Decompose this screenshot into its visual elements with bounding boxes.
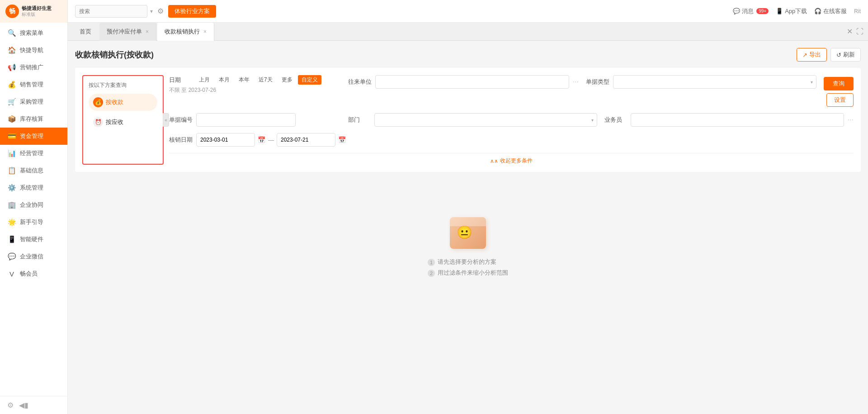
counterpart-more-icon[interactable]: ···	[573, 78, 579, 86]
staff-filter-group: 业务员 ···	[604, 113, 854, 127]
sidebar-item-quick-nav[interactable]: 🏠 快捷导航	[0, 42, 67, 59]
empty-face-icon: 😐	[457, 225, 472, 240]
date-more-btn[interactable]: 更多	[278, 75, 296, 85]
sidebar-item-guide[interactable]: 🌟 新手引导	[0, 214, 67, 231]
online-service-item[interactable]: 🎧 在线客服	[814, 7, 847, 15]
tab-prepay-label: 预付冲应付单	[107, 28, 142, 36]
staff-input[interactable]	[631, 113, 844, 127]
sidebar-item-finance[interactable]: 💳 资金管理	[0, 128, 67, 145]
dept-label: 部门	[348, 116, 371, 124]
filter-by-receivable[interactable]: ⏰ 按应收	[89, 114, 157, 131]
date-last-month-btn[interactable]: 上月	[195, 75, 213, 85]
verify-date-end-input[interactable]	[277, 133, 335, 147]
app-logo: 畅 畅捷通好生意 标准版	[0, 0, 67, 23]
sidebar-item-label: 采购管理	[20, 98, 43, 106]
staff-label: 业务员	[604, 116, 627, 124]
tab-home[interactable]: 首页	[72, 23, 99, 41]
date-no-limit-text: 不限 至 2023-07-26	[169, 87, 216, 93]
sidebar-item-label: 经营管理	[20, 149, 43, 157]
app-download-item[interactable]: 📱 App下载	[776, 7, 807, 15]
date-range-separator: —	[268, 137, 274, 143]
solution-button[interactable]: 体验行业方案	[168, 5, 216, 18]
marketing-icon: 📢	[7, 63, 16, 71]
sidebar-item-collab[interactable]: 🏢 企业协同	[0, 196, 67, 214]
sidebar-item-label: 资金管理	[20, 132, 43, 140]
user-name[interactable]: Rit	[854, 8, 861, 14]
tab-verify[interactable]: 收款核销执行 ×	[157, 23, 214, 41]
tabs-right-actions: ✕ ⛶	[847, 27, 868, 36]
app-icon: 📱	[776, 8, 783, 14]
home-icon: 🏠	[7, 46, 16, 54]
tab-prepay[interactable]: 预付冲应付单 ×	[99, 23, 156, 41]
date-this-year-btn[interactable]: 本年	[235, 75, 253, 85]
doc-no-input[interactable]	[196, 113, 296, 127]
date-7days-btn[interactable]: 近7天	[255, 75, 276, 85]
inventory-icon: 📦	[7, 115, 16, 123]
sidebar-item-basic[interactable]: 📋 基础信息	[0, 162, 67, 179]
sidebar-item-purchase[interactable]: 🛒 采购管理	[0, 93, 67, 110]
empty-step-1-text: 请先选择要分析的方案	[438, 258, 496, 266]
close-tab-button[interactable]: ✕	[847, 27, 853, 36]
topbar-right: 💬 消息 99+ 📱 App下载 🎧 在线客服 Rit	[733, 7, 861, 15]
system-icon: ⚙️	[7, 184, 16, 192]
topbar-gear-icon[interactable]: ⚙	[157, 7, 164, 15]
staff-more-icon[interactable]: ···	[848, 116, 854, 124]
sidebar-item-label: 销售管理	[20, 81, 43, 89]
filter-collapse-button[interactable]: «	[163, 113, 169, 127]
sidebar-item-label: 畅会员	[20, 270, 38, 278]
setting-button[interactable]: 设置	[826, 93, 854, 107]
filter-panel: 按以下方案查询 💰 按收款 ⏰ 按应收 « 日期	[75, 68, 861, 172]
sidebar-item-search[interactable]: 🔍 搜索菜单	[0, 24, 67, 42]
action-buttons: 查询 设置	[824, 75, 854, 107]
sidebar-item-vip[interactable]: V 畅会员	[0, 265, 67, 282]
date-this-month-btn[interactable]: 本月	[215, 75, 233, 85]
refresh-icon: ↺	[836, 52, 841, 58]
counterpart-input[interactable]	[375, 75, 569, 89]
verify-date-start-cal-icon[interactable]: 📅	[258, 136, 265, 143]
topbar-search-input[interactable]	[75, 5, 147, 18]
step-1-number: 1	[428, 259, 435, 266]
verify-date-end-cal-icon[interactable]: 📅	[338, 136, 346, 143]
page-actions: ↗ 导出 ↺ 刷新	[797, 48, 861, 62]
sidebar-item-label: 企业微信	[20, 252, 43, 261]
sidebar-item-system[interactable]: ⚙️ 系统管理	[0, 179, 67, 196]
sidebar-item-label: 快捷导航	[20, 46, 43, 54]
counterpart-label: 往来单位	[348, 78, 372, 86]
verify-date-range: 📅 — 📅	[196, 133, 346, 147]
sidebar-item-inventory[interactable]: 📦 库存核算	[0, 110, 67, 128]
tab-verify-close-icon[interactable]: ×	[203, 29, 207, 35]
topbar-dropdown-icon[interactable]: ▾	[150, 8, 153, 14]
sidebar-item-sales[interactable]: 💰 销售管理	[0, 76, 67, 93]
query-button[interactable]: 查询	[824, 77, 854, 90]
refresh-button[interactable]: ↺ 刷新	[830, 48, 861, 62]
sidebar-item-operation[interactable]: 📊 经营管理	[0, 145, 67, 162]
step-2-number: 2	[428, 270, 435, 277]
verify-date-start-input[interactable]	[196, 133, 255, 147]
page-header: 收款核销执行(按收款) ↗ 导出 ↺ 刷新	[75, 48, 861, 62]
collapse-more-button[interactable]: ∧∧ 收起更多条件	[169, 153, 854, 165]
export-button[interactable]: ↗ 导出	[797, 48, 827, 62]
empty-step-2: 2 用过滤条件来缩小分析范围	[428, 269, 508, 277]
filter-by-receivable-label: 按应收	[106, 118, 123, 126]
settings-icon[interactable]: ⚙	[7, 401, 14, 409]
tabs-bar: 首页 预付冲应付单 × 收款核销执行 × ✕ ⛶	[68, 23, 868, 41]
collapse-more-label: 收起更多条件	[500, 157, 533, 165]
sidebar-item-wechat[interactable]: 💬 企业微信	[0, 248, 67, 265]
collapse-sidebar-icon[interactable]: ◀▮	[19, 401, 28, 409]
purchase-icon: 🛒	[7, 98, 16, 106]
tab-prepay-close-icon[interactable]: ×	[146, 29, 149, 35]
message-icon: 💬	[733, 8, 740, 14]
doc-type-select[interactable]	[613, 75, 816, 89]
filter-by-receipt[interactable]: 💰 按收款	[89, 94, 157, 111]
receipt-icon: 💰	[93, 97, 103, 107]
sidebar-item-marketing[interactable]: 📢 营销推广	[0, 59, 67, 76]
sidebar-item-hardware[interactable]: 📱 智能硬件	[0, 231, 67, 248]
date-custom-btn[interactable]: 自定义	[298, 75, 321, 85]
receivable-icon: ⏰	[93, 117, 103, 127]
message-item[interactable]: 💬 消息 99+	[733, 7, 769, 15]
empty-step-1: 1 请先选择要分析的方案	[428, 258, 496, 266]
expand-tab-button[interactable]: ⛶	[856, 28, 863, 36]
dept-select[interactable]	[374, 113, 597, 127]
sidebar-nav: 🔍 搜索菜单 🏠 快捷导航 📢 营销推广 💰 销售管理 🛒 采购管理 📦 库存核…	[0, 23, 67, 396]
app-download-label: App下载	[785, 7, 807, 15]
